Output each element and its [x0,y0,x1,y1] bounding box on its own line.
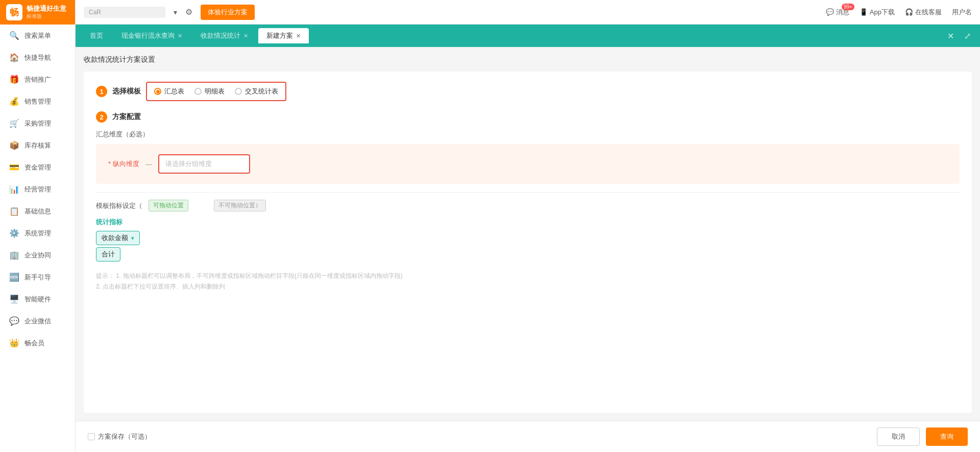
save-option[interactable]: 方案保存（可选） [88,432,151,441]
section2-title: 方案配置 [112,112,141,122]
page-title: 收款情况统计方案设置 [84,55,972,64]
tab-label-newplan: 新建方案 [266,31,293,40]
basic-icon: 📋 [9,206,19,216]
logo: 畅 畅捷通好生意 标准版 [0,0,75,25]
trial-button[interactable]: 体验行业方案 [201,5,255,20]
tab-close-cashflow[interactable]: ✕ [178,33,182,39]
sidebar-item-hardware[interactable]: 🖥️智能硬件 [0,288,75,310]
sidebar-item-system[interactable]: ⚙️系统管理 [0,222,75,244]
sidebar-item-member[interactable]: 👑畅会员 [0,332,75,354]
download-button[interactable]: 📱 App下载 [860,8,895,17]
sidebar-items-container: 🔍搜索菜单🏠快捷导航🎁营销推广💰销售管理🛒采购管理📦库存核算💳资金管理📊经营管理… [0,25,75,354]
sidebar-item-quicknav[interactable]: 🏠快捷导航 [0,46,75,68]
sidebar-item-marketing[interactable]: 🎁营销推广 [0,68,75,90]
breadcrumb-input[interactable] [84,7,165,18]
user-info[interactable]: 用户名 [952,8,972,17]
section2-header: 2 方案配置 [96,111,960,123]
tab-close-collection[interactable]: ✕ [243,33,248,39]
sidebar-item-search[interactable]: 🔍搜索菜单 [0,25,75,46]
tab-home[interactable]: 首页 [82,28,111,43]
template-select-box: 汇总表 明细表 交叉统计表 [146,82,286,101]
radio-summary-circle [154,88,161,95]
sidebar-item-operations[interactable]: 📊经营管理 [0,178,75,200]
logo-text: 畅捷通好生意 [27,5,66,13]
tab-close-newplan[interactable]: ✕ [296,33,301,39]
tab-cashflow[interactable]: 现金银行流水查询✕ [113,28,190,43]
metrics-section: 模板指标设定（ 可拖动位置 不可拖动位置） 统计指标 收款金额 ▾ 合计 [96,192,960,261]
dropdown-arrow[interactable]: ▾ [174,8,177,16]
save-checkbox-label: 方案保存（可选） [98,432,151,441]
tip-1: 1. 拖动标题栏可以调整布局，不可跨维度或指标区域拖动栏目字段(只能在同一维度或… [116,272,402,279]
message-badge: 99+ [842,4,854,10]
member-icon: 👑 [9,338,19,348]
non-draggable-badge: 不可拖动位置） [214,200,266,211]
top-header: ▾ ⚙ 体验行业方案 💬 消息 99+ 📱 App下载 🎧 在线客服 用户名 [76,0,980,25]
radio-cross[interactable]: 交叉统计表 [235,87,278,96]
metric-chevron: ▾ [131,235,134,242]
query-button[interactable]: 查询 [926,427,968,446]
close-window-icon[interactable]: ✕ [944,30,957,42]
sidebar-item-basic[interactable]: 📋基础信息 [0,200,75,222]
sidebar-label-inventory: 库存核算 [24,141,51,150]
content-area: 收款情况统计方案设置 1 选择模板 汇总表 [76,47,980,421]
sidebar-label-guide: 新手引导 [24,273,51,282]
radio-cross-circle [235,88,242,95]
gear-icon[interactable]: ⚙ [185,7,192,17]
wechat-icon: 💬 [9,316,19,326]
sidebar-item-funds[interactable]: 💳资金管理 [0,156,75,178]
message-button[interactable]: 💬 消息 99+ [826,8,849,17]
radio-group: 汇总表 明细表 交叉统计表 [154,87,278,96]
sidebar-item-inventory[interactable]: 📦库存核算 [0,134,75,156]
metric-tag-amount[interactable]: 收款金额 ▾ [96,231,140,245]
save-checkbox[interactable] [88,433,95,440]
sidebar-item-enterprise[interactable]: 🏢企业协同 [0,244,75,266]
metrics-separator [194,201,208,210]
sidebar-label-member: 畅会员 [24,339,44,348]
logo-sub: 标准版 [27,13,66,20]
sidebar-item-guide[interactable]: 🆕新手引导 [0,266,75,288]
section2-num: 2 [96,111,107,123]
metrics-label: 统计指标 [96,218,960,227]
sidebar-item-wechat[interactable]: 💬企业微信 [0,310,75,332]
radio-cross-label: 交叉统计表 [245,87,278,96]
sidebar-label-search: 搜索菜单 [24,31,51,40]
sales-icon: 💰 [9,97,19,106]
sidebar-label-wechat: 企业微信 [24,317,51,326]
tab-label-cashflow: 现金银行流水查询 [121,31,175,40]
logo-icon: 畅 [6,4,22,20]
sidebar-label-system: 系统管理 [24,229,51,238]
sidebar-item-sales[interactable]: 💰销售管理 [0,90,75,112]
section1-num: 1 [96,86,107,97]
service-button[interactable]: 🎧 在线客服 [905,8,942,17]
sidebar-label-sales: 销售管理 [24,97,51,106]
maximize-icon[interactable]: ⤢ [961,30,974,42]
metric-subtag-total: 合计 [96,247,120,261]
dimension-arrow: — [145,160,152,168]
radio-detail-label: 明细表 [205,87,225,96]
dimension-select[interactable]: 请选择分组维度 [158,154,250,174]
search-icon: 🔍 [9,31,19,40]
vertical-dimension-label: * 纵向维度 [108,159,139,169]
metric-tag-label: 收款金额 [102,233,128,243]
radio-summary[interactable]: 汇总表 [154,87,184,96]
system-icon: ⚙️ [9,228,19,238]
main-card: 1 选择模板 汇总表 明细表 [84,72,972,413]
radio-detail[interactable]: 明细表 [194,87,225,96]
tab-collection[interactable]: 收款情况统计✕ [192,28,256,43]
cancel-button[interactable]: 取消 [877,427,920,446]
tab-label-home: 首页 [90,31,103,40]
metrics-tags: 收款金额 ▾ 合计 [96,231,960,261]
marketing-icon: 🎁 [9,75,19,84]
purchase-icon: 🛒 [9,118,19,128]
hardware-icon: 🖥️ [9,294,19,304]
sidebar-label-marketing: 营销推广 [24,75,51,84]
dimension-row: * 纵向维度 — 请选择分组维度 [108,154,947,174]
message-icon: 💬 [826,8,834,16]
section1-title: 选择模板 [112,87,141,96]
service-label: 在线客服 [915,8,942,17]
sidebar: 畅 畅捷通好生意 标准版 🔍搜索菜单🏠快捷导航🎁营销推广💰销售管理🛒采购管理📦库… [0,0,76,452]
download-icon: 📱 [860,8,868,16]
sidebar-item-purchase[interactable]: 🛒采购管理 [0,112,75,134]
tab-newplan[interactable]: 新建方案✕ [258,28,309,43]
section1-header: 1 选择模板 汇总表 明细表 [96,82,960,101]
